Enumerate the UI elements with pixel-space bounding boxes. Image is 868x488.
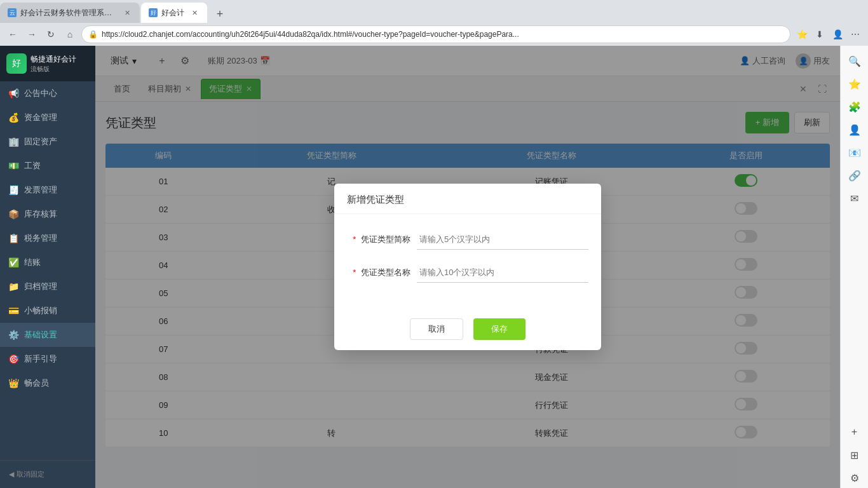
browser-menu-btn[interactable]: ⋯	[848, 27, 863, 42]
sidebar-item-archive[interactable]: 📁 归档管理	[0, 274, 95, 299]
nav-forward-button[interactable]: →	[24, 27, 39, 42]
browser-tab-1[interactable]: 云 好会计云财务软件管理系统_会计 ✕	[0, 3, 140, 23]
cancel-pin-icon: ◀	[9, 470, 14, 478]
browser-download-btn[interactable]: ⬇	[812, 27, 827, 42]
sidebar-item-member-label: 畅会员	[24, 377, 49, 389]
browser-tab-1-close[interactable]: ✕	[122, 8, 132, 18]
funds-icon: 💰	[8, 112, 19, 123]
tax-icon: 📋	[8, 233, 19, 244]
form-name-label-text: 凭证类型名称	[361, 268, 410, 277]
right-panel-star[interactable]: ⭐	[844, 74, 865, 94]
tab-bar: 云 好会计云财务软件管理系统_会计 ✕ 好 好会计 ✕ +	[0, 0, 868, 23]
sidebar-item-invoice-label: 发票管理	[24, 184, 57, 196]
sidebar-item-payroll-label: 工资	[24, 160, 41, 172]
right-panel: 🔍 ⭐ 🧩 👤 📧 🔗 ✉ + ⊞ ⚙	[840, 46, 868, 488]
right-panel-user[interactable]: 👤	[844, 119, 865, 140]
new-tab-button[interactable]: +	[211, 5, 229, 23]
form-name-label: * 凭证类型名称	[347, 267, 410, 278]
nav-refresh-button[interactable]: ↻	[43, 27, 58, 42]
form-item-abbr: * 凭证类型简称	[347, 229, 588, 250]
sidebar-bottom: ◀ 取消固定	[0, 460, 95, 488]
dialog-cancel-button[interactable]: 取消	[410, 318, 463, 340]
right-panel-link[interactable]: 🔗	[844, 165, 865, 186]
sidebar-item-member[interactable]: 👑 畅会员	[0, 371, 95, 395]
sidebar-logo-icon: 好	[6, 53, 27, 74]
dialog-header: 新增凭证类型	[334, 184, 601, 214]
announcements-icon: 📢	[8, 88, 19, 99]
address-bar: ← → ↻ ⌂ 🔒 https://cloud2.chanjet.com/acc…	[0, 23, 868, 46]
url-bar[interactable]: 🔒 https://cloud2.chanjet.com/accounting/…	[81, 25, 790, 43]
new-voucher-dialog: 新增凭证类型 * 凭证类型简称 * 凭证类型名称 取消 保存	[334, 184, 601, 350]
dialog-footer: 取消 保存	[334, 311, 601, 350]
cancel-pin-button[interactable]: ◀ 取消固定	[5, 466, 90, 483]
form-abbr-input[interactable]	[417, 229, 588, 250]
dialog-body: * 凭证类型简称 * 凭证类型名称	[334, 214, 601, 311]
form-item-name: * 凭证类型名称	[347, 262, 588, 283]
nav-home-button[interactable]: ⌂	[62, 27, 78, 42]
dialog-save-button[interactable]: 保存	[473, 318, 526, 340]
browser-account-btn[interactable]: 👤	[830, 27, 845, 42]
sidebar-item-checkout[interactable]: ✅ 结账	[0, 250, 95, 274]
browser-extensions-btn[interactable]: ⭐	[794, 27, 810, 42]
sidebar-scroll: 📢 公告中心 💰 资金管理 🏢 固定资产 💵 工资 🧾 发票管理 📦 库	[0, 81, 95, 460]
sidebar-logo-title: 畅捷通好会计	[31, 54, 76, 65]
checkout-icon: ✅	[8, 257, 19, 268]
right-panel-search[interactable]: 🔍	[844, 51, 865, 71]
settings-icon: ⚙️	[8, 329, 19, 341]
sidebar-logo-badge: 流畅版	[31, 65, 76, 74]
sidebar-item-invoice[interactable]: 🧾 发票管理	[0, 178, 95, 202]
fixed-assets-icon: 🏢	[8, 136, 19, 147]
browser-tab-2[interactable]: 好 好会计 ✕	[141, 3, 207, 23]
right-panel-outlook[interactable]: 📧	[844, 142, 865, 163]
url-lock-icon: 🔒	[88, 30, 98, 39]
sidebar: 好 畅捷通好会计 流畅版 📢 公告中心 💰 资金管理 🏢 固定资产 💵 工资	[0, 46, 95, 488]
sidebar-logo[interactable]: 好 畅捷通好会计 流畅版	[0, 46, 95, 81]
sidebar-item-checkout-label: 结账	[24, 257, 41, 268]
sidebar-item-payroll[interactable]: 💵 工资	[0, 154, 95, 178]
sidebar-item-tax[interactable]: 📋 税务管理	[0, 226, 95, 250]
dialog-title: 新增凭证类型	[347, 194, 404, 205]
sidebar-item-announcements[interactable]: 📢 公告中心	[0, 81, 95, 105]
right-panel-feather[interactable]: ✉	[844, 188, 865, 208]
sidebar-item-tax-label: 税务管理	[24, 233, 57, 244]
sidebar-item-announcements-label: 公告中心	[24, 88, 57, 99]
right-panel-puzzle[interactable]: 🧩	[844, 97, 865, 117]
member-icon: 👑	[8, 377, 19, 389]
archive-icon: 📁	[8, 281, 19, 292]
nav-back-button[interactable]: ←	[5, 27, 20, 42]
inventory-icon: 📦	[8, 208, 19, 220]
guide-icon: 🎯	[8, 353, 19, 365]
browser-actions: ⭐ ⬇ 👤 ⋯	[794, 27, 863, 42]
sidebar-item-settings[interactable]: ⚙️ 基础设置	[0, 323, 95, 347]
sidebar-item-fixed-assets[interactable]: 🏢 固定资产	[0, 130, 95, 154]
tab-favicon-1: 云	[8, 8, 17, 17]
dialog-overlay: 新增凭证类型 * 凭证类型简称 * 凭证类型名称 取消 保存	[95, 46, 840, 488]
sidebar-item-archive-label: 归档管理	[24, 281, 57, 292]
tab-favicon-2: 好	[149, 8, 158, 17]
form-name-input[interactable]	[417, 262, 588, 283]
form-abbr-label: * 凭证类型简称	[347, 234, 410, 245]
url-text: https://cloud2.chanjet.com/accounting/uh…	[102, 30, 783, 39]
sidebar-item-guide[interactable]: 🎯 新手引导	[0, 347, 95, 371]
sidebar-item-settings-label: 基础设置	[24, 329, 57, 341]
right-panel-download[interactable]: +	[844, 422, 865, 442]
form-name-required-icon: *	[353, 268, 356, 277]
sidebar-item-inventory[interactable]: 📦 库存核算	[0, 202, 95, 226]
sidebar-logo-text: 畅捷通好会计 流畅版	[31, 54, 76, 74]
sidebar-item-funds-label: 资金管理	[24, 112, 57, 123]
cancel-pin-label: 取消固定	[17, 470, 44, 479]
browser-chrome: 云 好会计云财务软件管理系统_会计 ✕ 好 好会计 ✕ + ← → ↻ ⌂ 🔒 …	[0, 0, 868, 46]
form-abbr-label-text: 凭证类型简称	[361, 234, 410, 244]
right-panel-gear[interactable]: ⚙	[844, 468, 865, 488]
form-required-icon: *	[353, 234, 356, 244]
sidebar-item-fixed-assets-label: 固定资产	[24, 136, 57, 147]
sidebar-item-funds[interactable]: 💰 资金管理	[0, 105, 95, 130]
browser-tab-1-title: 好会计云财务软件管理系统_会计	[20, 8, 117, 18]
browser-tab-2-title: 好会计	[161, 8, 184, 18]
right-panel-grid[interactable]: ⊞	[844, 445, 865, 465]
sidebar-item-guide-label: 新手引导	[24, 353, 57, 365]
sidebar-item-expense[interactable]: 💳 小畅报销	[0, 299, 95, 323]
browser-tab-2-close[interactable]: ✕	[189, 8, 200, 18]
payroll-icon: 💵	[8, 160, 19, 172]
sidebar-item-inventory-label: 库存核算	[24, 208, 57, 220]
